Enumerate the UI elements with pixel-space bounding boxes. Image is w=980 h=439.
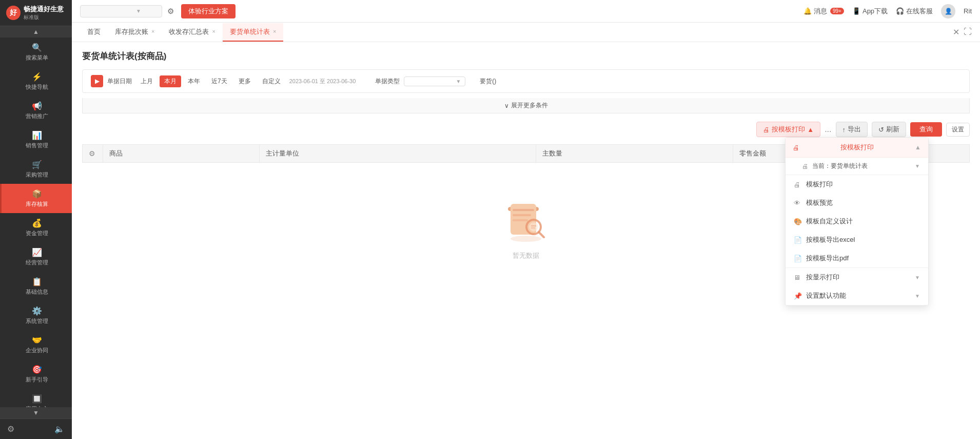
tab-home[interactable]: 首页 (80, 23, 108, 42)
tab-close-icon[interactable]: × (212, 29, 215, 34)
settings-footer-icon[interactable]: ⚙ (7, 424, 14, 434)
print-template-button[interactable]: 🖨 按模板打印 ▲ (756, 122, 820, 137)
dropdown-header: 🖨 按模板打印 ▲ (786, 138, 928, 158)
date-opt-more[interactable]: 更多 (234, 75, 256, 87)
topbar-dropdown-icon[interactable]: ▼ (136, 8, 141, 14)
refresh-button[interactable]: ↺ 刷新 (872, 122, 906, 137)
item-design-icon: 🎨 (794, 218, 802, 225)
date-opt-custom[interactable]: 自定义 (258, 75, 285, 87)
sidebar-item-sales[interactable]: 📊 销售管理 (0, 125, 72, 155)
topbar-search-box[interactable]: ▼ (80, 5, 162, 17)
messages-button[interactable]: 🔔 消息 99+ (803, 7, 844, 16)
date-opt-last-month[interactable]: 上月 (136, 75, 158, 87)
logo-text: 畅捷通好生意 标准版 (24, 5, 64, 21)
item-eye-icon: 👁 (794, 199, 802, 207)
export-button[interactable]: ↑ 导出 (836, 122, 868, 137)
dropdown-item-excel[interactable]: 📄 按模板导出excel (786, 231, 928, 249)
window-close-icon[interactable]: ✕ (953, 27, 959, 37)
online-service-label: 在线客服 (906, 7, 933, 16)
refresh-icon: ↺ (878, 126, 884, 133)
current-template-arrow: ▼ (915, 163, 920, 169)
export-icon: ↑ (842, 126, 846, 133)
date-options: 上月 本月 本年 近7天 更多 自定义 2023-06-01 至 2023-06… (136, 75, 356, 87)
expand-more-label: 展开更多条件 (511, 101, 548, 110)
user-avatar[interactable]: 👤 (941, 4, 955, 18)
search-icon: 🔍 (32, 43, 42, 52)
tab-stock-summary[interactable]: 收发存汇总表 × (162, 23, 222, 42)
dropdown-current-template[interactable]: 🖨 当前：要货单统计表 ▼ (786, 158, 928, 175)
item-preview-label: 模板预览 (806, 198, 920, 207)
filter-expand-button[interactable]: ▶ (91, 75, 103, 87)
empty-illustration (500, 194, 552, 245)
page-container: 要货单统计表(按商品) ▶ 单据日期 上月 本月 本年 近7天 更多 自定义 2… (72, 42, 980, 439)
sidebar-item-appcenter[interactable]: 🔲 应用中心 (0, 389, 72, 407)
toolbar: 🖨 按模板打印 ▲ ... ↑ 导出 ↺ 刷新 查询 设置 (82, 119, 970, 140)
finance-icon: 💰 (32, 218, 42, 228)
dropdown-items-section: 🖨 模板打印 👁 模板预览 🎨 模板自定义设计 📄 (786, 175, 928, 268)
tab-label: 库存批次账 (115, 27, 148, 36)
trial-button[interactable]: 体验行业方案 (181, 4, 236, 18)
query-button[interactable]: 查询 (910, 122, 942, 137)
dropdown-item-print[interactable]: 🖨 模板打印 (786, 175, 928, 194)
sidebar-scroll-down[interactable]: ▼ (0, 407, 72, 418)
edition-label: 标准版 (24, 14, 64, 21)
dropdown-item-preview[interactable]: 👁 模板预览 (786, 194, 928, 212)
svg-point-6 (529, 222, 538, 232)
expand-more-bar[interactable]: ∨ 展开更多条件 (82, 98, 970, 113)
sidebar-item-operations[interactable]: 📈 经营管理 (0, 242, 72, 272)
sidebar-item-basic-info[interactable]: 📋 基础信息 (0, 272, 72, 301)
sidebar-item-marketing[interactable]: 📢 营销推广 (0, 96, 72, 125)
tab-close-icon[interactable]: × (273, 29, 276, 34)
sidebar-item-finance[interactable]: 💰 资金管理 (0, 213, 72, 242)
sidebar-item-inventory[interactable]: 📦 库存核算 (0, 184, 72, 213)
sidebar-item-quicknav[interactable]: ⚡ 快捷导航 (0, 67, 72, 96)
topbar: ▼ ⚙ 体验行业方案 🔔 消息 99+ 📱 App下载 🎧 在线客服 👤 Rit (72, 0, 980, 23)
sidebar-item-collab[interactable]: 🤝 企业协同 (0, 330, 72, 359)
toolbar-more-button[interactable]: ... (825, 125, 831, 134)
inventory-icon: 📦 (32, 189, 42, 199)
dropdown-item-pdf[interactable]: 📄 按模板导出pdf (786, 249, 928, 268)
dropdown-print-icon: 🖨 (793, 144, 799, 151)
sound-footer-icon[interactable]: 🔈 (54, 424, 65, 434)
settings-button[interactable]: 设置 (946, 123, 970, 137)
sidebar-item-system[interactable]: ⚙️ 系统管理 (0, 301, 72, 330)
goods-filter-label: 要货() (480, 77, 496, 86)
table-header-settings-icon[interactable]: ⚙ (89, 149, 95, 158)
tab-label: 要货单统计表 (230, 27, 270, 36)
type-filter-label: 单据类型 (375, 77, 400, 86)
date-filter-label: 单据日期 (107, 77, 132, 86)
col-goods: 商品 (103, 145, 260, 163)
sidebar-item-purchase[interactable]: 🛒 采购管理 (0, 155, 72, 184)
user-name: Rit (964, 7, 972, 15)
sidebar-item-label: 库存核算 (26, 200, 48, 208)
dropdown-item-display-print[interactable]: 🖥 按显示打印 ▼ (786, 268, 928, 287)
tab-order-stats[interactable]: 要货单统计表 × (223, 23, 283, 42)
svg-line-7 (539, 232, 544, 237)
app-download-button[interactable]: 📱 App下载 (852, 7, 888, 16)
sidebar-nav: 🔍 搜索菜单 ⚡ 快捷导航 📢 营销推广 📊 销售管理 🛒 采购管理 📦 库存核… (0, 37, 72, 407)
date-opt-this-year[interactable]: 本年 (183, 75, 205, 87)
svg-rect-3 (513, 214, 531, 216)
online-service-button[interactable]: 🎧 在线客服 (896, 7, 933, 16)
sidebar-item-search[interactable]: 🔍 搜索菜单 (0, 37, 72, 67)
date-opt-this-month[interactable]: 本月 (160, 75, 181, 87)
sidebar-footer: ⚙ 🔈 (0, 418, 72, 439)
item-printer-icon: 🖨 (794, 181, 802, 188)
dropdown-item-design[interactable]: 🎨 模板自定义设计 (786, 212, 928, 231)
topbar-search-input[interactable] (85, 8, 136, 15)
type-filter-select[interactable]: ▼ (404, 77, 465, 86)
date-opt-7days[interactable]: 近7天 (207, 75, 232, 87)
purchase-icon: 🛒 (32, 160, 42, 169)
sidebar-scroll-up[interactable]: ▲ (0, 26, 72, 37)
sidebar-item-newbie[interactable]: 🎯 新手引导 (0, 359, 72, 389)
sidebar-item-label: 营销推广 (26, 112, 48, 120)
appcenter-icon: 🔲 (32, 394, 42, 404)
window-maximize-icon[interactable]: ⛶ (964, 27, 972, 37)
item-print-label: 模板打印 (806, 180, 920, 189)
dropdown-item-default-func[interactable]: 📌 设置默认功能 ▼ (786, 287, 928, 305)
tab-inventory-batch[interactable]: 库存批次账 × (108, 23, 162, 42)
tab-close-icon[interactable]: × (151, 29, 154, 34)
mobile-icon: 📱 (852, 7, 860, 15)
dropdown-close-icon[interactable]: ▲ (915, 144, 921, 151)
topbar-gear-icon[interactable]: ⚙ (167, 7, 174, 16)
